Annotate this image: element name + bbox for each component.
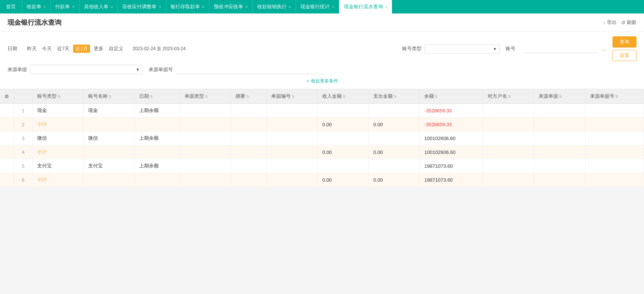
table-row: 1 现金 现金 上期余额 -3528659.33 <box>0 104 644 118</box>
th-doc-num[interactable]: 单据编号⇅ <box>267 89 318 104</box>
date-option-today[interactable]: 今天 <box>41 45 53 53</box>
th-account-type[interactable]: 账号类型⇅ <box>33 89 84 104</box>
th-expense[interactable]: 支出金额⇅ <box>369 89 420 104</box>
date-option-custom[interactable]: 自定义 <box>107 45 125 53</box>
row-number: 4 <box>14 145 33 159</box>
cell-balance: -3528659.33 <box>420 104 483 118</box>
row-number: 3 <box>14 131 33 145</box>
sort-icon: ⇅ <box>342 94 345 98</box>
th-income[interactable]: 收入金额⇅ <box>318 89 369 104</box>
date-options: 昨天 今天 近7天 近1月 更多 自定义 <box>26 45 125 53</box>
close-icon[interactable]: × <box>385 4 387 9</box>
source-doc-select[interactable]: ▾ <box>30 65 143 74</box>
sort-icon: ⇅ <box>559 94 562 98</box>
cell-counterparty <box>483 104 534 118</box>
cell-income <box>318 159 369 173</box>
nav-tab-yushou[interactable]: 预收冲应收单 × <box>209 0 252 13</box>
settings-button[interactable]: 设置 <box>612 50 636 61</box>
th-gear[interactable]: ⚙ <box>0 89 14 104</box>
cell-counterparty <box>483 145 534 159</box>
sort-icon: ⇅ <box>205 94 208 98</box>
th-summary[interactable]: 摘要⇅ <box>231 89 266 104</box>
table-header-row: ⚙ 账号类型⇅ 账号名称⇅ 日期⇅ 单据类型⇅ 摘要⇅ 单据编号⇅ 收入金额⇅ … <box>0 89 644 104</box>
nav-tab-xianjinyinhang[interactable]: 现金银行统计 × <box>296 0 339 13</box>
row-number: 1 <box>14 104 33 118</box>
date-option-more[interactable]: 更多 <box>92 45 105 53</box>
cell-expense <box>369 159 420 173</box>
cell-account-type: 现金 <box>33 104 84 118</box>
close-icon[interactable]: × <box>111 4 113 9</box>
cell-counterparty <box>483 131 534 145</box>
close-icon[interactable]: × <box>332 4 334 9</box>
date-option-yesterday[interactable]: 昨天 <box>26 45 38 53</box>
cell-account-name <box>84 145 135 159</box>
sort-icon: ⇅ <box>246 94 249 98</box>
date-option-7days[interactable]: 近7天 <box>56 45 71 53</box>
th-date[interactable]: 日期⇅ <box>135 89 180 104</box>
cell-balance: -3528659.33 <box>420 118 483 131</box>
top-nav: 首页 收款单 × 付款单 × 其他收入单 × 应收应付调整单 × 银行存取款单 … <box>0 0 644 13</box>
cell-source-doc-num <box>585 104 644 118</box>
nav-tab-yingshouyingfu[interactable]: 应收应付调整单 × <box>117 0 165 13</box>
close-icon[interactable]: × <box>202 4 204 9</box>
cell-summary <box>231 173 266 187</box>
th-account-name[interactable]: 账号名称⇅ <box>84 89 135 104</box>
cell-summary <box>231 118 266 131</box>
th-balance[interactable]: 余额⇅ <box>420 89 483 104</box>
table-row: 3 微信 微信 上期余额 100102606.60 <box>0 131 644 145</box>
page-title: 现金银行流水查询 <box>8 18 62 27</box>
cell-source-doc <box>534 118 585 131</box>
account-type-select[interactable]: ▾ <box>425 44 500 54</box>
account-type-label: 账号类型 <box>402 45 422 52</box>
cell-doc-type <box>180 159 231 173</box>
th-counterparty[interactable]: 对方户名⇅ <box>483 89 534 104</box>
refresh-button[interactable]: ↺ 刷新 <box>621 19 636 26</box>
close-icon[interactable]: × <box>289 4 291 9</box>
close-icon[interactable]: × <box>245 4 248 9</box>
close-icon[interactable]: × <box>72 4 74 9</box>
cell-source-doc <box>534 159 585 173</box>
th-doc-type[interactable]: 单据类型⇅ <box>180 89 231 104</box>
cell-date <box>135 118 180 131</box>
cell-doc-num <box>267 131 318 145</box>
nav-home[interactable]: 首页 <box>0 0 22 13</box>
sort-icon: ⇅ <box>108 94 111 98</box>
cell-income <box>318 131 369 145</box>
query-button[interactable]: 查询 <box>612 36 636 48</box>
th-source-doc-num[interactable]: 来源单据号⇅ <box>585 89 644 104</box>
cell-counterparty <box>483 173 534 187</box>
filter-area: 日期 昨天 今天 近7天 近1月 更多 自定义 2023-02-24 至 202… <box>0 32 644 89</box>
account-label: 账号 <box>506 45 521 52</box>
th-rownum <box>14 89 33 104</box>
cell-expense <box>369 104 420 118</box>
export-button[interactable]: ↑ 导出 <box>603 19 617 26</box>
cell-account-name: 支付宝 <box>84 159 135 173</box>
account-input[interactable] <box>524 44 599 53</box>
source-doc-num-input[interactable] <box>176 65 326 74</box>
th-source-doc[interactable]: 来源单据⇅ <box>534 89 585 104</box>
cell-source-doc <box>534 104 585 118</box>
cell-doc-type <box>180 145 231 159</box>
nav-tab-fukuan[interactable]: 付款单 × <box>50 0 79 13</box>
close-icon[interactable]: × <box>44 4 46 9</box>
nav-tab-yinhangcunqu[interactable]: 银行存取款单 × <box>166 0 209 13</box>
date-option-1month[interactable]: 近1月 <box>73 45 90 53</box>
cell-account-type: 微信 <box>33 131 84 145</box>
cell-source-doc-num <box>585 145 644 159</box>
cell-doc-type <box>180 104 231 118</box>
close-icon[interactable]: × <box>159 4 161 9</box>
cell-source-doc-num <box>585 159 644 173</box>
nav-tab-qita[interactable]: 其他收入单 × <box>79 0 117 13</box>
nav-tab-shoudan[interactable]: 收款单 × <box>22 0 50 13</box>
collapse-bar[interactable]: ∧ 收起更多条件 <box>8 78 636 84</box>
table-row: 6 小计 0.00 0.00 19871073.60 <box>0 173 644 187</box>
filter-row-source: 来源单据 ▾ 来源单据号 <box>8 65 636 74</box>
row-number: 2 <box>14 118 33 131</box>
cell-date <box>135 173 180 187</box>
cell-doc-type <box>180 173 231 187</box>
cell-date: 上期余额 <box>135 104 180 118</box>
nav-tab-shoukuanhexiao[interactable]: 收款核销执行 × <box>252 0 296 13</box>
account-dots-button[interactable]: ... <box>602 45 606 52</box>
row-gear <box>0 104 14 118</box>
nav-tab-liushui[interactable]: 现金银行流水查询 × <box>339 0 392 13</box>
